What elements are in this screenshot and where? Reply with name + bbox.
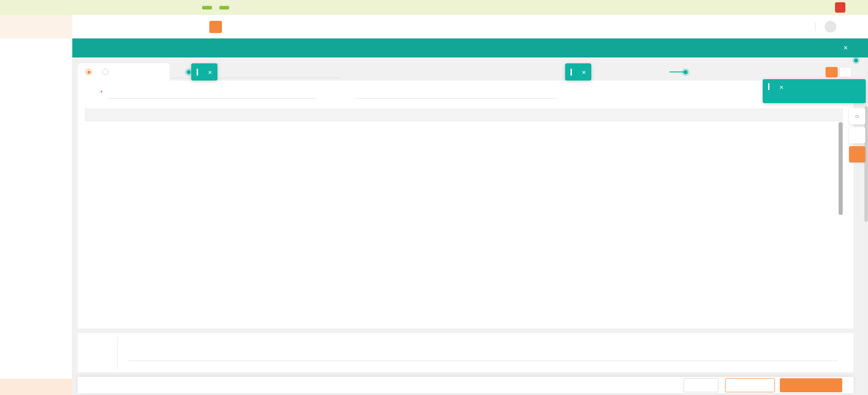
warehouse-label	[100, 89, 103, 96]
handler-input[interactable]	[354, 86, 558, 99]
tab-bar-right: ×	[844, 38, 868, 57]
messages-button[interactable]	[757, 23, 767, 31]
handler-field	[349, 86, 558, 99]
red-app-icon	[836, 4, 844, 11]
online-training-button[interactable]	[202, 6, 212, 10]
document-card	[78, 81, 854, 372]
info-icon	[180, 4, 188, 11]
tooltip-anchor-dot	[684, 70, 688, 74]
items-table	[85, 109, 843, 121]
tooltip-anchor-dot	[854, 58, 858, 62]
tab-bar: ×	[72, 38, 868, 57]
discard-button[interactable]	[684, 378, 718, 392]
message-icon	[757, 23, 764, 31]
sidebar-settings-gear-icon[interactable]	[14, 383, 22, 391]
print-button[interactable]	[742, 68, 753, 76]
headset-icon	[796, 23, 803, 31]
tooltip-fullscreen-hint: ×	[763, 79, 866, 103]
table-header	[85, 109, 843, 121]
detail-view-toggle[interactable]	[840, 67, 852, 77]
paperclip-icon	[853, 131, 862, 140]
sidebar-bottom-bar	[0, 379, 72, 395]
app-header	[0, 15, 868, 38]
history-docs-button[interactable]	[778, 68, 789, 76]
section-divider	[78, 328, 854, 333]
avatar[interactable]	[825, 21, 836, 33]
doc-toolbar	[724, 63, 852, 81]
save-and-new-button[interactable]	[780, 378, 842, 392]
floating-side-tools	[849, 108, 865, 162]
brand-logo-icon	[6, 20, 19, 33]
close-all-tabs-icon[interactable]: ×	[844, 44, 848, 52]
expand-fullscreen-button[interactable]	[849, 146, 865, 162]
industry-trial-button[interactable]	[209, 21, 222, 33]
settings-gear-icon[interactable]	[195, 23, 203, 31]
radio-product-inbound[interactable]	[85, 69, 94, 75]
chevron-left-icon[interactable]	[797, 69, 803, 76]
tooltip-anchor-dot	[187, 70, 191, 74]
buy-now-button[interactable]	[219, 6, 229, 10]
shortcut-keys-button[interactable]	[724, 68, 735, 76]
tooltip-marker	[571, 69, 572, 76]
warehouse-input[interactable]	[108, 86, 316, 99]
radio-selected-icon	[85, 69, 92, 75]
person-icon	[826, 23, 835, 31]
expand-icon	[853, 150, 862, 159]
draft-list-button[interactable]	[849, 108, 865, 124]
chevron-right-icon[interactable]	[811, 69, 818, 76]
brand-logo-block[interactable]	[0, 15, 72, 38]
list-view-toggle[interactable]	[826, 67, 838, 77]
radio-product-return[interactable]	[102, 69, 111, 75]
online-support-button[interactable]	[796, 23, 806, 31]
topbar-red-app-icon[interactable]	[835, 2, 845, 13]
radio-unselected-icon	[102, 69, 108, 75]
detail-view-icon	[842, 68, 849, 76]
action-bar	[78, 377, 854, 393]
printer-icon	[742, 68, 750, 76]
remark-section	[85, 337, 843, 369]
remark-input[interactable]	[128, 341, 838, 361]
main-content: × ×	[72, 57, 868, 395]
sidebar-menu	[0, 38, 72, 39]
table-scrollbar-thumb[interactable]	[839, 122, 843, 215]
tooltip-switch-doc-type: ×	[191, 63, 217, 81]
document-header-bar: × ×	[78, 63, 854, 81]
tooltip-marker	[768, 83, 769, 90]
announcement-bar	[0, 0, 868, 15]
fullscreen-icon[interactable]	[855, 45, 862, 52]
sidebar	[0, 38, 72, 395]
sidebar-collapse-icon[interactable]	[50, 383, 58, 391]
doc-type-switch	[78, 63, 170, 81]
history-doc-icon	[778, 68, 786, 76]
header-right-group	[757, 15, 845, 38]
save-draft-button[interactable]	[725, 378, 775, 392]
chevron-down-icon	[185, 23, 192, 30]
list-view-icon	[828, 68, 835, 76]
operations-button[interactable]	[760, 68, 771, 76]
remark-clipboard-icon	[95, 346, 108, 358]
app-download-button[interactable]	[776, 23, 787, 31]
tooltip-shortcut-help: ×	[565, 63, 591, 81]
warehouse-field	[100, 86, 316, 99]
view-toggle-group	[826, 67, 852, 77]
tooltip-marker	[197, 69, 198, 76]
close-icon[interactable]: ×	[779, 82, 783, 92]
remark-icon-box	[85, 337, 118, 369]
account-selector[interactable]	[80, 15, 192, 38]
close-icon[interactable]: ×	[208, 68, 212, 76]
draft-icon	[855, 115, 859, 118]
phone-icon	[776, 23, 784, 31]
close-icon[interactable]: ×	[582, 68, 586, 76]
keyboard-icon	[724, 68, 732, 76]
attachment-button[interactable]	[849, 127, 865, 143]
tooltip-connector-line	[670, 71, 684, 72]
header-divider	[815, 23, 816, 31]
grid-icon	[760, 68, 768, 76]
